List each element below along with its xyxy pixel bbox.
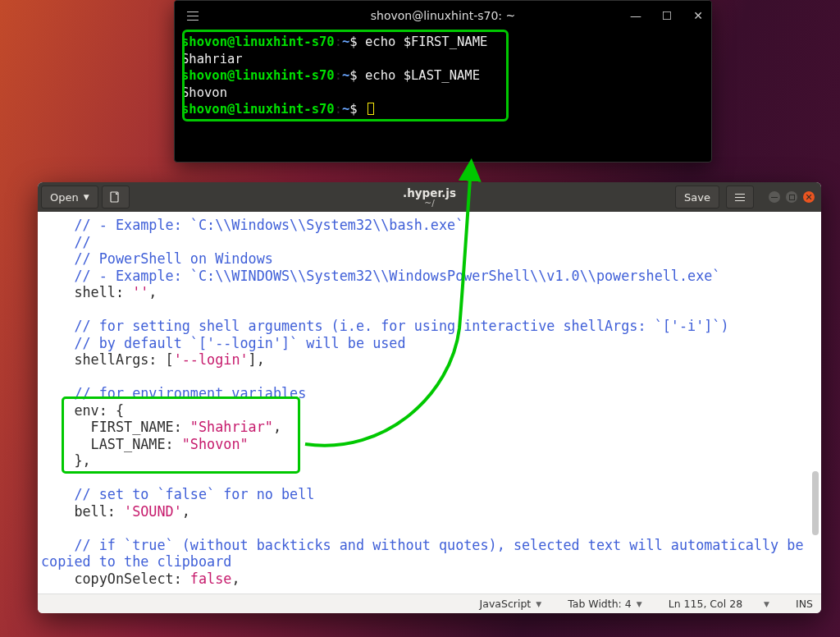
terminal-window-controls: — ☐ ✕ <box>629 9 705 22</box>
terminal-output-2: Shovon <box>181 85 227 100</box>
code-content: // - Example: `C:\\Windows\\System32\\ba… <box>41 217 821 587</box>
status-insert-mode: INS <box>796 598 813 610</box>
maximize-icon[interactable]: ☐ <box>660 9 673 22</box>
terminal-body[interactable]: shovon@linuxhint-s70:~$ echo $FIRST_NAME… <box>181 34 705 155</box>
status-language[interactable]: JavaScript▼ <box>480 598 542 610</box>
terminal-titlebar: shovon@linuxhint-s70: ~ — ☐ ✕ <box>175 1 711 30</box>
open-button[interactable]: Open ▼ <box>41 186 98 209</box>
save-button[interactable]: Save <box>675 186 719 209</box>
terminal-window: shovon@linuxhint-s70: ~ — ☐ ✕ shovon@lin… <box>174 0 712 163</box>
terminal-output-1: Shahriar <box>181 52 243 66</box>
new-document-icon <box>109 191 122 203</box>
new-tab-button[interactable] <box>102 186 130 209</box>
chevron-down-icon: ▼ <box>84 193 89 201</box>
editor-body[interactable]: // - Example: `C:\\Windows\\System32\\ba… <box>38 212 821 593</box>
editor-header: Open ▼ .hyper.js ~/ Save ✕ <box>38 182 821 212</box>
editor-scroll-thumb[interactable] <box>812 471 819 535</box>
editor-window: Open ▼ .hyper.js ~/ Save ✕ <box>38 182 821 613</box>
close-icon[interactable]: ✕ <box>692 9 705 22</box>
editor-close-button[interactable]: ✕ <box>803 191 815 203</box>
terminal-command-1: echo $FIRST_NAME <box>365 34 487 49</box>
editor-minimize-button[interactable] <box>769 191 780 203</box>
terminal-prompt: shovon@linuxhint-s70 <box>181 34 335 49</box>
editor-statusbar: JavaScript▼ Tab Width: 4▼ Ln 115, Col 28… <box>38 593 821 613</box>
editor-window-controls: ✕ <box>769 191 815 203</box>
terminal-command-2: echo $LAST_NAME <box>365 68 480 83</box>
status-position: Ln 115, Col 28▼ <box>669 598 769 610</box>
hamburger-icon <box>728 186 751 209</box>
minimize-icon[interactable]: — <box>629 9 642 22</box>
hamburger-icon[interactable] <box>181 4 204 27</box>
status-tabwidth[interactable]: Tab Width: 4▼ <box>568 598 642 610</box>
terminal-cursor <box>368 103 374 115</box>
editor-scrollbar[interactable] <box>810 212 820 593</box>
editor-menu-button[interactable] <box>726 186 754 209</box>
editor-maximize-button[interactable] <box>786 191 797 203</box>
